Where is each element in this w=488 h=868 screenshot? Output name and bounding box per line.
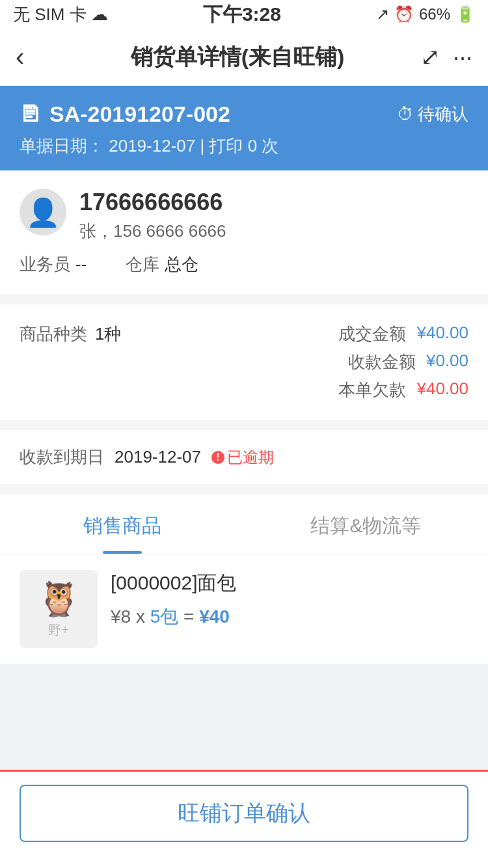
price-total: ¥40 [199,606,230,627]
due-label: 收款到期日 [20,446,104,468]
order-header: 🖹 SA-20191207-002 ⏱ 待确认 单据日期： 2019-12-07… [0,86,488,170]
overdue-icon: ! [211,451,224,464]
summary-card: 商品种类 1种 成交金额 ¥40.00 收款金额 ¥0.00 本单欠款 ¥40.… [0,305,488,420]
order-date: 单据日期： 2019-12-07 | 打印 0 次 [20,135,468,157]
product-plus-text: 野+ [48,621,69,639]
deal-amount-value: ¥40.00 [416,323,468,346]
product-thumbnail: 🦉 野+ [20,570,98,648]
overdue-text: 已逾期 [227,447,274,468]
no-sim-text: 无 SIM 卡 ☁ [13,3,108,26]
status-right: ↗ ⏰ 66% 🔋 [376,5,475,23]
status-time: 下午3:28 [203,1,281,28]
battery-icon: 🔋 [455,5,475,23]
deal-amount-label: 成交金额 [338,323,406,346]
price-equals: = [178,606,199,627]
goods-type-label: 商品种类 [20,323,87,346]
customer-info: 17666666666 张，156 6666 6666 [79,189,468,243]
customer-card: 👤 17666666666 张，156 6666 6666 业务员 -- 仓库 … [0,170,488,294]
customer-name: 张，156 6666 6666 [79,220,468,243]
share-button[interactable]: ⤢ [420,44,440,71]
confirm-order-button[interactable]: 旺铺订单确认 [20,785,468,842]
status-bar: 无 SIM 卡 ☁ 下午3:28 ↗ ⏰ 66% 🔋 [0,0,488,29]
received-label: 收款金额 [348,351,416,373]
deal-amount-row: 成交金额 ¥40.00 [338,323,468,346]
price-base: ¥8 x [111,606,150,627]
meta-row: 业务员 -- 仓库 总仓 [20,253,468,276]
received-value: ¥0.00 [426,351,468,373]
balance-label: 本单欠款 [338,379,406,401]
order-doc-icon: 🖹 [20,102,42,127]
battery-text: 66% [419,5,450,23]
tab-settlement[interactable]: 结算&物流等 [244,495,488,554]
balance-row: 本单欠款 ¥40.00 [338,379,468,401]
customer-phone: 17666666666 [79,189,468,216]
tabs-section: 销售商品 结算&物流等 [0,495,488,554]
received-amount-row: 收款金额 ¥0.00 [348,351,468,373]
due-date-value: 2019-12-07 [115,447,201,467]
amounts: 成交金额 ¥40.00 收款金额 ¥0.00 本单欠款 ¥40.00 [338,323,468,401]
balance-value: ¥40.00 [416,379,468,401]
product-name: [0000002]面包 [111,570,468,597]
location-icon: ↗ [376,5,389,23]
warehouse-value: 总仓 [165,253,198,276]
page-title: 销货单详情(来自旺铺) [55,42,420,72]
nav-actions: ⤢ ··· [420,44,472,71]
sales-value: -- [75,254,87,275]
warehouse-item: 仓库 总仓 [126,253,198,276]
product-section: 🦉 野+ [0000002]面包 ¥8 x 5包 = ¥40 [0,554,488,664]
tab-sales-goods[interactable]: 销售商品 [0,495,244,554]
bottom-bar: 旺铺订单确认 [0,770,488,868]
sales-label: 业务员 [20,253,70,276]
order-number: 🖹 SA-20191207-002 [20,102,230,127]
goods-type: 商品种类 1种 [20,323,121,346]
price-qty: 5包 [150,606,179,627]
clock-icon: ⏱ [397,104,414,124]
avatar: 👤 [20,189,66,236]
avatar-icon: 👤 [26,197,60,228]
due-date-section: 收款到期日 2019-12-07 ! 已逾期 [0,430,488,484]
product-placeholder-icon: 🦉 [38,579,80,619]
goods-type-value: 1种 [95,323,121,346]
order-status: ⏱ 待确认 [397,103,468,126]
product-info: [0000002]面包 ¥8 x 5包 = ¥40 [111,570,468,629]
status-left: 无 SIM 卡 ☁ [13,3,108,26]
overdue-badge: ! 已逾期 [211,447,274,468]
back-button[interactable]: ‹ [16,42,55,72]
sales-item: 业务员 -- [20,253,87,276]
alarm-icon: ⏰ [394,5,414,23]
product-price: ¥8 x 5包 = ¥40 [111,604,468,629]
tabs-row: 销售商品 结算&物流等 [0,495,488,554]
warehouse-label: 仓库 [126,253,159,276]
more-button[interactable]: ··· [453,44,472,71]
nav-bar: ‹ 销货单详情(来自旺铺) ⤢ ··· [0,29,488,86]
